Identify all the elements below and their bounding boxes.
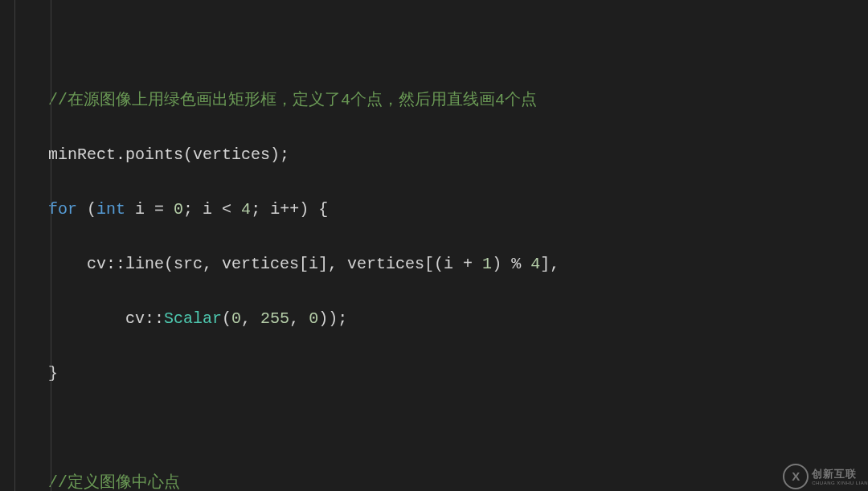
code-line: //在源图像上用绿色画出矩形框，定义了4个点，然后用直线画4个点	[10, 87, 868, 114]
code-editor: //在源图像上用绿色画出矩形框，定义了4个点，然后用直线画4个点 minRect…	[0, 0, 868, 491]
indent-guide	[51, 0, 51, 491]
code-line: minRect.points(vertices);	[10, 141, 868, 169]
code-line: cv::line(src, vertices[i], vertices[(i +…	[10, 251, 868, 278]
comment: //定义图像中心点	[48, 473, 180, 491]
code-line: cv::Scalar(0, 255, 0));	[10, 305, 868, 333]
code-line	[10, 415, 868, 442]
comment: //在源图像上用绿色画出矩形框，定义了4个点，然后用直线画4个点	[48, 91, 537, 109]
code-line: for (int i = 0; i < 4; i++) {	[10, 196, 868, 223]
indent-guide	[14, 0, 15, 491]
code-line: //定义图像中心点	[10, 469, 868, 491]
code-line: }	[10, 360, 868, 387]
